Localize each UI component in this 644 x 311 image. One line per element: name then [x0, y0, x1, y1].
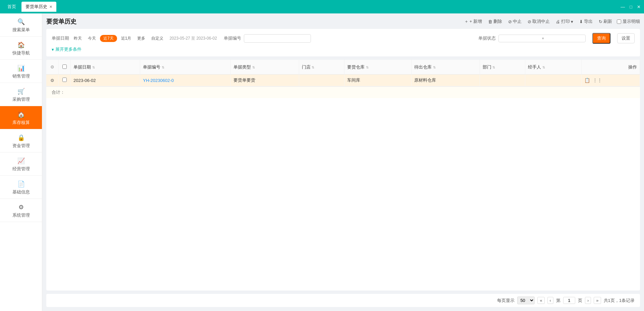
- home-icon: 🏠: [17, 41, 25, 49]
- view-icon[interactable]: 📋: [584, 78, 590, 83]
- export-button[interactable]: ⬇ 导出: [578, 18, 594, 25]
- maximize-icon[interactable]: □: [630, 4, 632, 9]
- tab-close-icon[interactable]: ✕: [49, 5, 52, 9]
- sidebar-item-quick-nav[interactable]: 🏠 快捷导航: [0, 37, 42, 60]
- refresh-label: 刷新: [603, 18, 612, 25]
- sidebar-item-system-mgmt[interactable]: ⚙ 系统管理: [0, 199, 42, 222]
- cancel-suspend-label: 取消中止: [532, 18, 550, 25]
- sidebar-item-label-quick-nav: 快捷导航: [12, 50, 30, 56]
- sidebar-item-operation-mgmt[interactable]: 📈 经营管理: [0, 152, 42, 176]
- th-department-label: 部门: [483, 64, 491, 70]
- tab-home[interactable]: 首页: [3, 2, 20, 12]
- sort-req-warehouse-icon[interactable]: ⇅: [366, 65, 369, 69]
- sidebar-item-fund-mgmt[interactable]: 🔒 资金管理: [0, 129, 42, 152]
- inventory-icon: 🏠: [17, 111, 25, 118]
- sidebar-item-sales-mgmt[interactable]: 📊 销售管理: [0, 60, 42, 83]
- sort-handler-icon[interactable]: ⇅: [542, 65, 545, 69]
- sidebar-item-inventory-calc[interactable]: 🏠 库存核算: [0, 106, 42, 129]
- sort-department-icon[interactable]: ⇅: [492, 65, 495, 69]
- th-pending-warehouse-label: 待出仓库: [414, 64, 432, 70]
- th-store: 门店 ⇅: [299, 60, 344, 75]
- doc-status-label: 单据状态: [478, 35, 496, 41]
- chevron-down-icon: ▾: [542, 36, 583, 41]
- th-handler-label: 经手人: [528, 64, 541, 70]
- suspend-button[interactable]: ⊘ 中止: [507, 18, 523, 25]
- doc-number-link[interactable]: YH-20230602-0: [143, 78, 174, 83]
- sidebar-item-label-purchase: 采购管理: [12, 96, 30, 102]
- more-icon[interactable]: ⋮⋮: [593, 78, 602, 83]
- settings-button[interactable]: 设置: [617, 33, 635, 43]
- new-button[interactable]: ＋ + 新增: [463, 18, 483, 25]
- date-btn-yesterday[interactable]: 昨天: [72, 35, 84, 42]
- page-title: 要货单历史: [46, 17, 76, 26]
- date-btn-today[interactable]: 今天: [86, 35, 98, 42]
- column-settings-icon[interactable]: ⚙: [49, 63, 56, 71]
- doc-number-input[interactable]: [244, 34, 311, 43]
- prev-page-button[interactable]: ‹: [547, 297, 553, 304]
- th-checkbox: [59, 60, 71, 75]
- date-btn-1month[interactable]: 近1月: [119, 35, 133, 42]
- main-layout: 🔍 搜索菜单 🏠 快捷导航 📊 销售管理 🛒 采购管理 🏠 库存核算 🔒 资金管…: [0, 13, 644, 311]
- operation-icon: 📈: [17, 157, 25, 165]
- print-label: 打印: [561, 18, 570, 25]
- sort-store-icon[interactable]: ⇅: [312, 65, 314, 69]
- sidebar-item-label-search-menu: 搜索菜单: [12, 27, 30, 33]
- next-page-button[interactable]: ›: [585, 297, 591, 304]
- filter-area: 单据日期 昨天 今天 近7天 近1月 更多 自定义 2023-05-27 至 2…: [46, 29, 640, 56]
- page-header: 要货单历史 ＋ + 新增 🗑 删除 ⊘ 中止 ⊘ 取消中止: [46, 17, 640, 26]
- date-range-display: 2023-05-27 至 2023-06-02: [169, 36, 217, 41]
- sidebar-item-label-fund: 资金管理: [12, 143, 30, 149]
- close-icon[interactable]: ✕: [637, 4, 641, 9]
- sidebar-item-label-basic-info: 基础信息: [12, 189, 30, 195]
- sort-doc-type-icon[interactable]: ⇅: [252, 65, 255, 69]
- cancel-suspend-button[interactable]: ⊘ 取消中止: [526, 18, 551, 25]
- sort-doc-date-icon[interactable]: ⇅: [92, 65, 95, 69]
- toolbar: ＋ + 新增 🗑 删除 ⊘ 中止 ⊘ 取消中止 🖨 打印: [463, 18, 640, 25]
- row-settings-icon[interactable]: ⚙: [50, 78, 54, 83]
- sidebar-item-basic-info[interactable]: 📄 基础信息: [0, 176, 42, 199]
- operation-icons: 📋 ⋮⋮: [584, 78, 637, 83]
- export-icon: ⬇: [579, 19, 583, 24]
- show-detail-checkbox[interactable]: [617, 19, 621, 24]
- sort-pending-warehouse-icon[interactable]: ⇅: [433, 65, 436, 69]
- doc-status-select[interactable]: ▾: [498, 35, 586, 42]
- first-page-button[interactable]: «: [537, 297, 544, 304]
- sort-doc-number-icon[interactable]: ⇅: [162, 65, 164, 69]
- sidebar-item-label-operation: 经营管理: [12, 166, 30, 172]
- tab-home-label: 首页: [7, 4, 16, 10]
- refresh-button[interactable]: ↻ 刷新: [597, 18, 613, 25]
- page-size-label: 每页显示: [497, 298, 515, 304]
- date-btn-more[interactable]: 更多: [135, 35, 147, 42]
- page-number-input[interactable]: [563, 297, 575, 304]
- date-btn-custom[interactable]: 自定义: [149, 35, 165, 42]
- expand-more-button[interactable]: ▾ 展开更多条件: [52, 46, 635, 52]
- row-operation: 📋 ⋮⋮: [582, 75, 640, 86]
- date-filter-group: 单据日期 昨天 今天 近7天 近1月 更多 自定义 2023-05-27 至 2…: [52, 35, 217, 42]
- pagination-bar: 每页显示 50 10 20 100 « ‹ 第 页 › » 共1页，1条记录: [46, 294, 640, 307]
- row-doc-type: 要货单要货: [231, 75, 299, 86]
- row-checkbox[interactable]: [62, 78, 67, 82]
- page-size-select[interactable]: 50 10 20 100: [517, 297, 535, 304]
- cancel-suspend-icon: ⊘: [528, 19, 531, 24]
- print-button[interactable]: 🖨 打印 ▾: [554, 18, 575, 25]
- table-row: ⚙ 2023-06-02 YH-20230602-0 要货单要货: [46, 75, 640, 86]
- delete-icon: 🗑: [488, 19, 492, 24]
- minimize-icon[interactable]: —: [621, 4, 625, 9]
- th-operation-label: 操作: [628, 64, 637, 70]
- suspend-label: 中止: [513, 18, 522, 25]
- sidebar-item-label-inventory: 库存核算: [12, 120, 30, 126]
- delete-button[interactable]: 🗑 删除: [487, 18, 503, 25]
- date-btn-7days[interactable]: 近7天: [100, 35, 117, 42]
- th-department: 部门 ⇅: [480, 60, 525, 75]
- refresh-icon: ↻: [599, 19, 602, 24]
- query-button[interactable]: 查询: [592, 33, 610, 44]
- tab-order-history[interactable]: 要货单历史 ✕: [21, 2, 56, 12]
- last-page-button[interactable]: »: [594, 297, 601, 304]
- print-icon: 🖨: [556, 19, 560, 24]
- row-handler: [525, 75, 582, 86]
- date-option-buttons: 昨天 今天 近7天 近1月 更多 自定义: [72, 35, 165, 42]
- table-wrapper: ⚙ 单据日期 ⇅ 单据编号 ⇅: [46, 60, 640, 291]
- select-all-checkbox[interactable]: [62, 64, 67, 69]
- sidebar-item-search-menu[interactable]: 🔍 搜索菜单: [0, 13, 42, 37]
- sidebar-item-purchase-mgmt[interactable]: 🛒 采购管理: [0, 83, 42, 106]
